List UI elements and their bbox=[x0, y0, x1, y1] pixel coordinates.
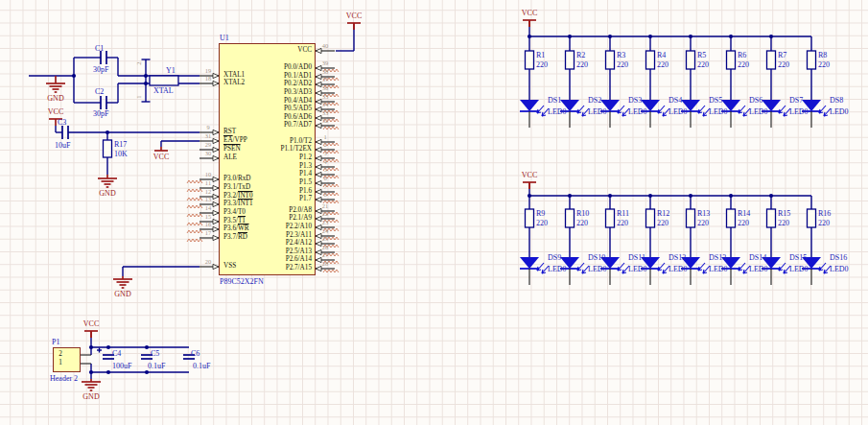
value-label: 220 bbox=[818, 60, 830, 69]
value-label: 220 bbox=[536, 60, 548, 69]
gnd-label: GND bbox=[47, 94, 63, 103]
pin-number: 16 bbox=[205, 221, 212, 228]
pin-number: 39 bbox=[322, 59, 329, 67]
pin-number: 12 bbox=[205, 188, 212, 196]
value-label: 30pF bbox=[93, 109, 108, 118]
capacitor-c2[interactable] bbox=[101, 96, 106, 109]
vcc-port[interactable] bbox=[154, 147, 168, 151]
resistor-r3[interactable] bbox=[606, 51, 615, 69]
value-label: 220 bbox=[657, 60, 669, 69]
resistor-r17[interactable] bbox=[104, 140, 112, 157]
pin-name: VCC bbox=[297, 46, 312, 55]
designator-label: DS1 bbox=[548, 96, 561, 105]
resistor-r13[interactable] bbox=[687, 209, 695, 227]
designator-label: DS13 bbox=[709, 253, 726, 262]
value-label: 220 bbox=[778, 219, 789, 227]
capacitor-c3[interactable] bbox=[62, 126, 68, 139]
pin-number: 33 bbox=[322, 109, 329, 117]
resistor-r2[interactable] bbox=[566, 51, 575, 69]
capacitor-c1[interactable] bbox=[101, 51, 106, 64]
value-label: 220 bbox=[697, 219, 709, 227]
pin-number: 19 bbox=[205, 67, 212, 75]
pin-number: 30 bbox=[205, 150, 212, 157]
designator-label: C3 bbox=[58, 118, 66, 127]
resistor-r8[interactable] bbox=[808, 51, 816, 69]
value-label: 220 bbox=[536, 219, 548, 227]
designator-label: R4 bbox=[657, 51, 666, 59]
designator-label: R17 bbox=[114, 140, 127, 149]
pin-number: 35 bbox=[322, 93, 329, 101]
pin-number: 17 bbox=[205, 229, 212, 237]
resistor-r15[interactable] bbox=[767, 209, 776, 227]
resistor-r5[interactable] bbox=[687, 51, 695, 69]
pin-number: 40 bbox=[322, 42, 329, 50]
resistor-r4[interactable] bbox=[646, 51, 655, 69]
pin-number: 31 bbox=[205, 132, 212, 140]
resistor-r10[interactable] bbox=[566, 209, 575, 227]
resistor-r7[interactable] bbox=[767, 51, 776, 69]
pin-name: ALE bbox=[223, 153, 237, 162]
pin-number: 23 bbox=[322, 219, 329, 226]
pin-number: 6 bbox=[323, 175, 326, 182]
schematic-canvas: VCCVCCVCCVCCVCCVCCGNDGNDGNDGNDC130pFC230… bbox=[0, 0, 868, 425]
header-p1[interactable] bbox=[53, 347, 81, 372]
designator-label: DS12 bbox=[669, 253, 686, 262]
pin-number: 38 bbox=[322, 68, 329, 76]
resistor-r12[interactable] bbox=[646, 209, 655, 227]
vcc-port[interactable] bbox=[347, 23, 361, 30]
pin-name: P1.1/T2EX bbox=[280, 145, 312, 153]
pin-number: 27 bbox=[322, 251, 329, 259]
value-label: LED0 bbox=[789, 107, 809, 116]
designator-label: DS8 bbox=[830, 96, 843, 105]
designator-label: R2 bbox=[576, 51, 585, 59]
header-pin-number: 1 bbox=[59, 359, 62, 367]
value-label: LED0 bbox=[709, 265, 728, 273]
pin-name: P2.6/A14 bbox=[286, 255, 312, 264]
resistor-r16[interactable] bbox=[808, 209, 816, 227]
vcc-port[interactable] bbox=[523, 182, 536, 189]
header-pin-number: 2 bbox=[59, 350, 62, 359]
vcc-port[interactable] bbox=[523, 20, 536, 27]
designator-label: C6 bbox=[191, 349, 199, 358]
resistor-r14[interactable] bbox=[727, 209, 736, 227]
mcu-part-number: P89C52X2FN bbox=[220, 277, 264, 286]
pin-name: P3.7/RD bbox=[223, 233, 247, 242]
vcc-label: VCC bbox=[522, 171, 537, 179]
designator-label: R10 bbox=[576, 209, 589, 218]
gnd-port[interactable] bbox=[98, 175, 117, 187]
mcu-designator: U1 bbox=[220, 34, 229, 42]
designator-label: DS4 bbox=[669, 96, 682, 105]
resistor-r6[interactable] bbox=[727, 51, 736, 69]
value-label: LED0 bbox=[548, 265, 567, 273]
pin-number: 18 bbox=[205, 75, 212, 83]
resistor-r11[interactable] bbox=[606, 209, 615, 227]
pin-number: 9 bbox=[206, 124, 209, 131]
value-label: 220 bbox=[617, 219, 628, 227]
pin-name: P3.4/T0 bbox=[223, 208, 246, 217]
pin-number: 32 bbox=[322, 117, 329, 125]
gnd-port[interactable] bbox=[46, 76, 65, 92]
designator-label: R12 bbox=[657, 209, 669, 218]
pin-number: 10 bbox=[205, 171, 212, 178]
designator-label: DS10 bbox=[588, 253, 605, 262]
value-label: LED0 bbox=[830, 107, 849, 116]
value-label: LED0 bbox=[588, 265, 607, 273]
value-label: 0.1uF bbox=[148, 362, 165, 370]
vcc-port[interactable] bbox=[84, 331, 98, 338]
pin-number: 28 bbox=[322, 260, 329, 268]
value-label: 30pF bbox=[93, 65, 108, 74]
led-ds1[interactable] bbox=[520, 100, 549, 128]
resistor-r9[interactable] bbox=[526, 209, 534, 227]
pin-number: 34 bbox=[322, 101, 329, 108]
gnd-port[interactable] bbox=[82, 379, 101, 390]
designator-label: R14 bbox=[738, 209, 750, 218]
pin-name: RST bbox=[223, 128, 236, 136]
designator-label: C5 bbox=[151, 349, 159, 358]
pin-name: P2.4/A12 bbox=[286, 239, 312, 248]
designator-label: DS2 bbox=[588, 96, 601, 105]
resistor-r1[interactable] bbox=[526, 51, 534, 69]
pin-name: VSS bbox=[223, 262, 236, 271]
led-ds9[interactable] bbox=[520, 257, 549, 285]
gnd-port[interactable] bbox=[113, 276, 132, 288]
pin-name: EA/VPP bbox=[223, 136, 247, 145]
